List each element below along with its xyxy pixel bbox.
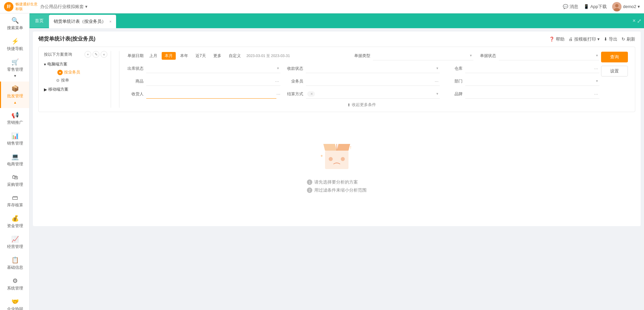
query-button[interactable]: 查询	[601, 52, 628, 62]
tip-num-1: 1	[307, 179, 312, 185]
scheme-edit-button[interactable]: ✎	[93, 51, 99, 58]
logo-area[interactable]: 好 畅捷通好生意 标版	[4, 2, 38, 11]
template-print-button[interactable]: 🖨 按模板打印 ▾	[569, 36, 600, 42]
date-btn-more[interactable]: 更多	[210, 52, 224, 60]
tree-group-pc-title[interactable]: ▾ 电脑端方案	[44, 60, 107, 68]
marketing-icon: 📢	[11, 111, 19, 119]
tree-group-mobile: ▶ 移动端方案	[44, 86, 107, 93]
scheme-item-salesman[interactable]: ● 按业务员	[51, 68, 107, 76]
tab-close-button[interactable]: ×	[109, 19, 111, 23]
sidebar: 🔍 搜索菜单 ⚡ 快捷导航 🛒 零售管理 ▾ 📦 批发管理 ▴ 📢 营销推广 📊…	[0, 13, 30, 310]
doc-type-dropdown[interactable]: ▾	[373, 51, 474, 60]
order-icon: ⚙	[56, 78, 60, 83]
content-area: 首页 销货单统计表（按业务员） × × ⤢ 销货单统计表(按业务员) ❓	[30, 13, 644, 310]
brand-dropdown[interactable]: ···	[465, 89, 599, 99]
tab-bar-right: × ⤢	[633, 18, 644, 24]
tab-fullscreen-icon[interactable]: ⤢	[637, 18, 641, 24]
scheme-add-button[interactable]: +	[85, 51, 91, 58]
action-column: 查询 设置	[599, 51, 630, 108]
date-btn-7days[interactable]: 近7天	[193, 52, 209, 60]
filter-section: 按以下方案查询 + ✎ « ▾	[38, 47, 635, 112]
brand-dots[interactable]: ···	[594, 91, 598, 97]
tab-close-all-icon[interactable]: ×	[633, 18, 636, 24]
sidebar-item-enterprise[interactable]: 🤝 企业协同	[0, 295, 29, 310]
consignee-label: 收货人	[123, 91, 144, 97]
doc-type-field: ▾	[373, 51, 474, 60]
scheme-header: 按以下方案查询 + ✎ «	[44, 51, 107, 58]
svg-point-8	[341, 157, 345, 161]
date-range-display: 2023-03-01 至 2023-03-31	[247, 53, 290, 58]
out-status-dropdown[interactable]: ▾	[146, 64, 280, 73]
date-btn-this-year[interactable]: 本年	[177, 52, 191, 60]
empty-illustration: ↑ ✦	[317, 139, 357, 172]
refresh-icon: ↻	[622, 37, 625, 42]
breadcrumb-selector[interactable]: 办公用品行业模拟账套 ▾	[40, 4, 88, 10]
breadcrumb-chevron: ▾	[85, 4, 88, 9]
svg-point-1	[615, 4, 619, 7]
scheme-panel: 按以下方案查询 + ✎ « ▾	[44, 51, 111, 108]
salesman-dots[interactable]: ···	[435, 79, 439, 84]
sidebar-item-inventory[interactable]: 🗃 库存核算	[0, 191, 29, 211]
brand-label: 品牌	[442, 91, 463, 97]
payment-dropdown[interactable]: × ▾	[306, 89, 440, 99]
sidebar-item-finance[interactable]: 💰 资金管理	[0, 211, 29, 232]
setting-button[interactable]: 设置	[601, 66, 628, 76]
filter-row-1: 单据日期 上月 本月 本年 近7天 更多 自定义	[123, 51, 599, 60]
scheme-item-order[interactable]: ⚙ 按单	[51, 76, 107, 84]
top-bar-right: 💬 消息 📱 App下载 demo2 ▾	[563, 2, 640, 11]
salesman-dropdown[interactable]: ···	[306, 76, 440, 86]
consignee-dots[interactable]: ···	[276, 91, 280, 97]
tree-group-pc: ▾ 电脑端方案 ● 按业务员	[44, 60, 107, 84]
brand-field: ···	[465, 89, 599, 99]
sidebar-item-purchase[interactable]: 🛍 采购管理	[0, 170, 29, 191]
scheme-collapse-button[interactable]: «	[101, 51, 107, 58]
app-download-button[interactable]: 📱 App下载	[584, 4, 607, 10]
message-button[interactable]: 💬 消息	[563, 4, 578, 10]
goods-dropdown[interactable]: ···	[146, 76, 280, 86]
page-actions: ❓ 帮助 🖨 按模板打印 ▾ ⬇ 导出 ↻	[549, 36, 635, 42]
sidebar-item-search[interactable]: 🔍 搜索菜单	[0, 13, 29, 34]
scheme-header-label: 按以下方案查询	[44, 52, 72, 57]
sidebar-item-ecommerce[interactable]: 💻 电商管理	[0, 150, 29, 170]
top-bar-left: 好 畅捷通好生意 标版 办公用品行业模拟账套 ▾	[4, 2, 88, 11]
payment-tag-close[interactable]: ×	[311, 92, 313, 96]
help-icon: ❓	[549, 37, 554, 42]
out-status-chevron: ▾	[277, 66, 279, 70]
warehouse-dots[interactable]: ···	[594, 66, 598, 71]
warehouse-dropdown[interactable]: ···	[465, 64, 599, 73]
payment-label: 结算方式	[283, 91, 303, 97]
sidebar-item-marketing[interactable]: 📢 营销推广	[0, 108, 29, 129]
sidebar-item-wholesale[interactable]: 📦 批发管理 ▴	[0, 82, 29, 108]
user-avatar-area[interactable]: demo2 ▾	[612, 2, 640, 11]
collapse-button[interactable]: ⬆ 收起更多条件	[123, 102, 599, 108]
help-button[interactable]: ❓ 帮助	[549, 36, 565, 42]
dept-dropdown[interactable]: ▾	[465, 76, 599, 86]
refresh-button[interactable]: ↻ 刷新	[622, 36, 635, 42]
page-container: 销货单统计表(按业务员) ❓ 帮助 🖨 按模板打印 ▾ ⬇	[30, 28, 644, 310]
consignee-input[interactable]	[146, 89, 276, 99]
sidebar-item-retail[interactable]: 🛒 零售管理 ▾	[0, 55, 29, 82]
recv-status-dropdown[interactable]: ▾	[306, 64, 440, 73]
payment-chevron: ▾	[436, 92, 438, 96]
tab-home[interactable]: 首页	[30, 14, 49, 28]
sidebar-item-quick-nav[interactable]: ⚡ 快捷导航	[0, 34, 29, 55]
doc-status-dropdown[interactable]: ▾	[499, 51, 599, 60]
date-btn-this-month[interactable]: 本月	[162, 52, 176, 60]
doc-type-chevron: ▾	[470, 53, 472, 58]
sidebar-item-basic-info[interactable]: 📋 基础信息	[0, 253, 29, 274]
sidebar-item-operation[interactable]: 📈 经营管理	[0, 232, 29, 253]
message-icon: 💬	[563, 4, 568, 9]
salesman-label: 业务员	[283, 79, 303, 84]
date-btn-custom[interactable]: 自定义	[226, 52, 244, 60]
enterprise-icon: 🤝	[11, 298, 19, 305]
tab-active[interactable]: 销货单统计表（按业务员） ×	[49, 15, 116, 28]
doc-status-field: ▾	[499, 51, 599, 60]
goods-dots[interactable]: ···	[275, 79, 279, 84]
sidebar-item-sales[interactable]: 📊 销售管理	[0, 129, 29, 150]
sidebar-item-system[interactable]: ⚙ 系统管理	[0, 274, 29, 295]
top-bar: 好 畅捷通好生意 标版 办公用品行业模拟账套 ▾ 💬 消息 📱 App下载 de…	[0, 0, 644, 13]
tree-group-mobile-title[interactable]: ▶ 移动端方案	[44, 86, 107, 93]
date-btn-last-month[interactable]: 上月	[146, 52, 160, 60]
system-icon: ⚙	[12, 277, 18, 285]
export-button[interactable]: ⬇ 导出	[604, 36, 618, 42]
